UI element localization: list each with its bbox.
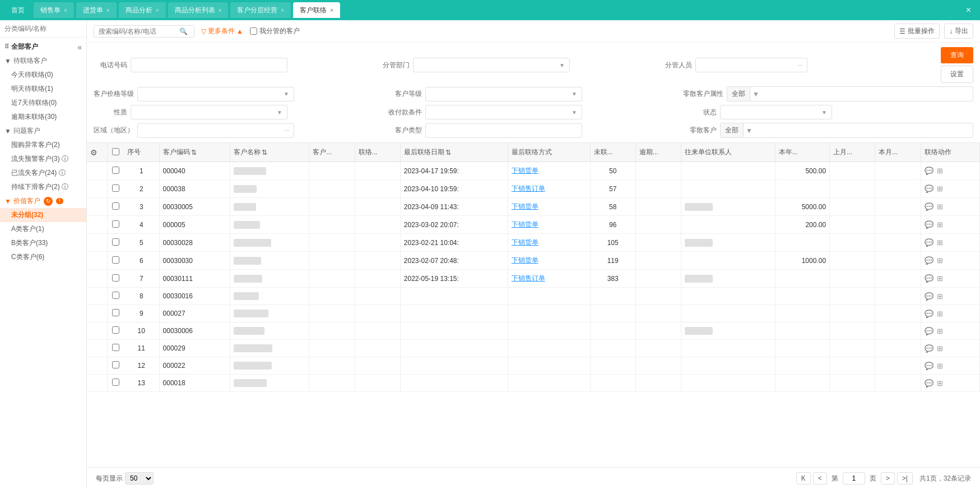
chat-icon[interactable]: 💬 <box>925 202 933 211</box>
tab-sales[interactable]: 销售单 × <box>34 2 74 18</box>
last-method-link[interactable]: 下销货单 <box>512 220 538 228</box>
tab-product-analysis-list[interactable]: 商品分析列表 × <box>168 2 229 18</box>
row-checkbox-cell[interactable] <box>107 305 124 322</box>
next-page-button[interactable]: > <box>881 472 895 485</box>
row-checkbox[interactable] <box>112 274 119 282</box>
prev-page-button[interactable]: < <box>813 472 827 485</box>
gender-select[interactable]: ▼ <box>131 105 287 119</box>
row-checkbox[interactable] <box>112 344 119 351</box>
close-all-tabs-button[interactable]: × <box>962 5 976 15</box>
status-select[interactable]: ▼ <box>720 105 832 119</box>
retail-customer-select[interactable]: 全部 ▼ <box>720 123 973 138</box>
grid-action-icon[interactable]: ⊞ <box>937 379 943 387</box>
grid-action-icon[interactable]: ⊞ <box>937 362 943 370</box>
tab-purchase[interactable]: 进货单 × <box>76 2 117 18</box>
row-checkbox-cell[interactable] <box>107 252 124 270</box>
search-input[interactable] <box>99 27 177 35</box>
sidebar-item-tomorrow-waiting[interactable]: 明天待联络(1) <box>0 82 86 96</box>
last-method-link[interactable]: 下销货单 <box>512 202 538 210</box>
sidebar-item-hoarding-abnormal[interactable]: 囤购异常客户(2) <box>0 138 86 152</box>
chat-icon[interactable]: 💬 <box>925 292 933 301</box>
row-checkbox-cell[interactable] <box>107 357 124 375</box>
dept-select[interactable]: ▼ <box>413 58 570 72</box>
close-product-analysis-list-icon[interactable]: × <box>219 7 222 13</box>
row-checkbox[interactable] <box>112 361 119 368</box>
page-number-input[interactable] <box>843 472 865 485</box>
grid-action-icon[interactable]: ⊞ <box>937 256 943 265</box>
chat-icon[interactable]: 💬 <box>925 274 933 283</box>
sidebar-search-box[interactable]: 🔍 <box>0 20 86 38</box>
last-method-link[interactable]: 下销货单 <box>512 256 538 264</box>
row-checkbox-cell[interactable] <box>107 234 124 252</box>
row-checkbox-cell[interactable] <box>107 216 124 234</box>
first-page-button[interactable]: K <box>796 472 811 485</box>
select-all-checkbox[interactable] <box>112 148 119 155</box>
my-customers-check[interactable] <box>250 27 257 35</box>
row-checkbox-cell[interactable] <box>107 198 124 216</box>
row-checkbox[interactable] <box>112 184 119 192</box>
group-waiting-contact[interactable]: ▼ 待联络客户 <box>0 54 86 68</box>
chat-icon[interactable]: 💬 <box>925 220 933 229</box>
chat-icon[interactable]: 💬 <box>925 310 933 318</box>
settings-icon[interactable]: ⚙ <box>90 148 97 157</box>
grid-action-icon[interactable]: ⊞ <box>937 292 943 301</box>
row-last-method[interactable]: 下销售订单 <box>508 270 590 288</box>
row-checkbox[interactable] <box>112 379 119 386</box>
close-product-analysis-icon[interactable]: × <box>156 7 159 13</box>
chat-icon[interactable]: 💬 <box>925 256 933 265</box>
more-conditions-button[interactable]: ▽ 更多条件 ▲ <box>201 26 243 36</box>
search-icon[interactable]: 🔍 <box>179 27 188 35</box>
row-checkbox-cell[interactable] <box>107 270 124 288</box>
payment-select[interactable]: ▼ <box>425 105 582 119</box>
close-customer-contact-icon[interactable]: × <box>330 7 333 13</box>
refresh-icon[interactable]: ↻ <box>44 197 53 206</box>
last-method-link[interactable]: 下销售订单 <box>512 184 545 192</box>
chat-icon[interactable]: 💬 <box>925 379 933 387</box>
col-settings[interactable]: ⚙ <box>87 143 107 162</box>
grid-action-icon[interactable]: ⊞ <box>937 167 943 175</box>
price-level-select[interactable]: ▼ <box>137 87 294 102</box>
close-purchase-icon[interactable]: × <box>106 7 110 13</box>
grid-action-icon[interactable]: ⊞ <box>937 344 943 353</box>
grid-action-icon[interactable]: ⊞ <box>937 327 943 335</box>
row-last-method[interactable]: 下销售订单 <box>508 180 590 198</box>
sidebar-item-class-c[interactable]: C类客户(6) <box>0 250 86 264</box>
col-last-date[interactable]: 最后联络日期 ⇅ <box>400 143 508 162</box>
row-checkbox[interactable] <box>112 292 119 299</box>
tab-customer-contact[interactable]: 客户联络 × <box>293 2 340 18</box>
row-checkbox[interactable] <box>112 326 119 334</box>
chat-icon[interactable]: 💬 <box>925 167 933 175</box>
chat-icon[interactable]: 💬 <box>925 238 933 247</box>
row-last-method[interactable]: 下销货单 <box>508 198 590 216</box>
last-method-link[interactable]: 下销售订单 <box>512 274 545 282</box>
phone-input[interactable] <box>131 58 287 72</box>
chat-icon[interactable]: 💬 <box>925 344 933 353</box>
sidebar-item-today-waiting[interactable]: 今天待联络(0) <box>0 68 86 82</box>
row-checkbox[interactable] <box>112 167 119 174</box>
tab-customer-segment[interactable]: 客户分层经营 × <box>230 2 291 18</box>
grid-action-icon[interactable]: ⊞ <box>937 184 943 193</box>
close-sales-icon[interactable]: × <box>64 7 67 13</box>
sidebar-search-input[interactable] <box>4 25 87 33</box>
row-last-method[interactable]: 下销货单 <box>508 216 590 234</box>
query-button[interactable]: 查询 <box>941 47 973 63</box>
chat-icon[interactable]: 💬 <box>925 184 933 193</box>
row-checkbox-cell[interactable] <box>107 322 124 340</box>
col-checkbox[interactable] <box>107 143 124 162</box>
row-checkbox-cell[interactable] <box>107 288 124 305</box>
group-problem-customers[interactable]: ▼ 问题客户 <box>0 124 86 138</box>
grid-action-icon[interactable]: ⊞ <box>937 238 943 247</box>
customer-type-select[interactable] <box>425 123 582 138</box>
col-name[interactable]: 客户名称 ⇅ <box>230 143 309 162</box>
chat-icon[interactable]: 💬 <box>925 362 933 370</box>
row-last-method[interactable]: 下销货单 <box>508 162 590 180</box>
sidebar-item-declining[interactable]: 持续下滑客户(2) ⓘ <box>0 180 86 194</box>
page-size-select[interactable]: 50 100 200 <box>125 472 154 485</box>
row-checkbox[interactable] <box>112 220 119 228</box>
retail-attr-select[interactable]: 全部 ▼ <box>727 86 973 102</box>
close-customer-segment-icon[interactable]: × <box>281 7 284 13</box>
row-checkbox-cell[interactable] <box>107 162 124 180</box>
col-code[interactable]: 客户编码 ⇅ <box>159 143 230 162</box>
grid-action-icon[interactable]: ⊞ <box>937 274 943 283</box>
row-checkbox-cell[interactable] <box>107 375 124 392</box>
